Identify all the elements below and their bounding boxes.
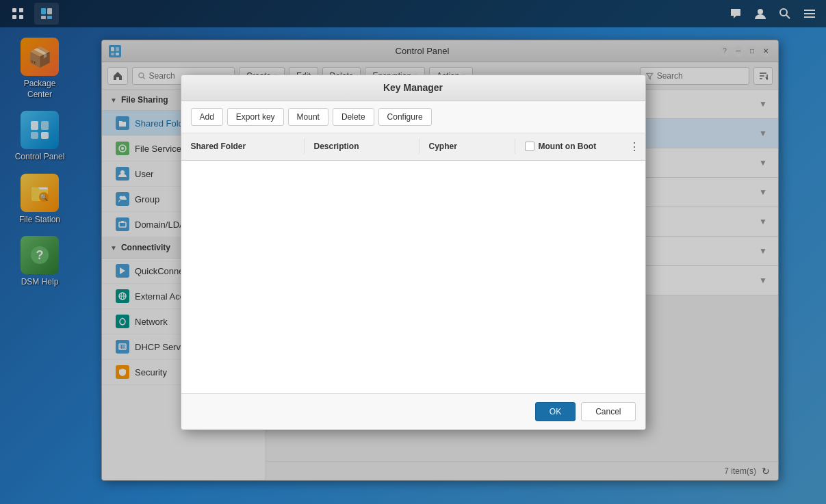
- col-shared-folder: Shared Folder: [181, 139, 305, 154]
- modal-header: Key Manager: [181, 75, 645, 101]
- modal-table-header: Shared Folder Description Cypher Mount o…: [181, 133, 645, 161]
- mount-on-boot-label: Mount on Boot: [539, 142, 597, 151]
- mount-on-boot-checkbox[interactable]: [525, 142, 534, 151]
- export-key-button[interactable]: Export key: [227, 108, 284, 126]
- add-button[interactable]: Add: [191, 108, 223, 126]
- actions-dots[interactable]: ⋮: [629, 141, 640, 152]
- col-mount-on-boot: Mount on Boot: [515, 139, 625, 154]
- desktop: 📦 Package Center Control Panel �: [0, 0, 826, 504]
- col-description: Description: [305, 139, 420, 154]
- cancel-button[interactable]: Cancel: [581, 402, 635, 421]
- ok-button[interactable]: OK: [535, 402, 576, 421]
- col-actions: ⋮: [625, 137, 645, 156]
- mount-button[interactable]: Mount: [288, 108, 328, 126]
- col-cypher: Cypher: [420, 139, 515, 154]
- modal-title: Key Manager: [383, 82, 443, 93]
- modal-table: Shared Folder Description Cypher Mount o…: [181, 133, 645, 393]
- modal-footer: OK Cancel: [181, 394, 645, 429]
- configure-button[interactable]: Configure: [378, 108, 432, 126]
- modal-delete-button[interactable]: Delete: [333, 108, 374, 126]
- key-manager-modal: Key Manager Add Export key Mount Delete …: [181, 75, 646, 430]
- modal-overlay: Key Manager Add Export key Mount Delete …: [0, 0, 826, 504]
- modal-toolbar: Add Export key Mount Delete Configure: [181, 101, 645, 133]
- modal-table-body: [181, 161, 645, 393]
